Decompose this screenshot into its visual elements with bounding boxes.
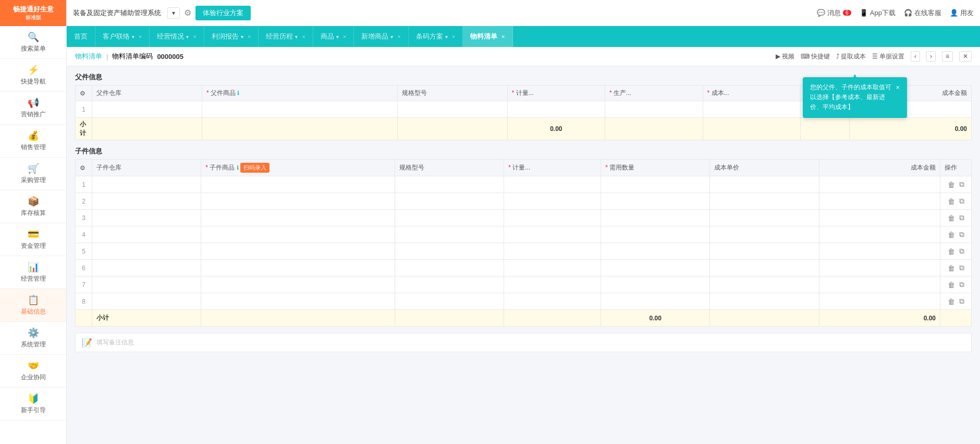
trial-btn[interactable]: 体验行业方案 — [195, 6, 251, 20]
child-warehouse-cell[interactable] — [92, 176, 201, 193]
tab-barcode[interactable]: 条码方案▾× — [409, 26, 463, 47]
sidebar-item-operation[interactable]: 📊经营管理 — [0, 256, 66, 289]
child-spec-cell[interactable] — [395, 293, 504, 310]
child-spec-cell[interactable] — [395, 176, 504, 193]
tab-close[interactable]: × — [139, 33, 142, 40]
user-btn[interactable]: 👤 用友 — [950, 8, 974, 18]
child-qty-cell[interactable] — [601, 293, 710, 310]
sidebar-item-guide[interactable]: 🔰新手引导 — [0, 388, 66, 421]
single-settings-btn[interactable]: ☰ 单据设置 — [872, 52, 904, 61]
child-qty-cell[interactable] — [601, 193, 710, 210]
child-unit-cost-cell[interactable] — [710, 293, 819, 310]
note-placeholder[interactable]: 填写备注信息 — [96, 338, 134, 347]
child-unit-cell[interactable] — [504, 260, 601, 277]
child-unit-cell[interactable] — [504, 277, 601, 293]
child-qty-cell[interactable] — [601, 243, 710, 260]
child-unit-cell[interactable] — [504, 193, 601, 210]
gear-icon[interactable]: ⚙ — [184, 8, 191, 18]
child-unit-cell[interactable] — [504, 243, 601, 260]
child-unit-cost-cell[interactable] — [710, 226, 819, 243]
delete-icon[interactable]: 🗑 — [948, 214, 955, 222]
child-spec-cell[interactable] — [395, 226, 504, 243]
tab-product[interactable]: 商品▾× — [313, 26, 354, 47]
copy-icon[interactable]: ⧉ — [959, 297, 964, 306]
copy-icon[interactable]: ⧉ — [959, 280, 964, 289]
child-warehouse-cell[interactable] — [92, 226, 201, 243]
copy-icon[interactable]: ⧉ — [959, 230, 964, 239]
tab-close[interactable]: × — [248, 33, 251, 40]
tab-new-product[interactable]: 新增商品▾× — [354, 26, 408, 47]
child-product-cell[interactable] — [201, 176, 395, 193]
parent-spec-cell[interactable] — [397, 101, 507, 118]
close-record-btn[interactable]: ✕ — [959, 51, 972, 62]
tab-customer[interactable]: 客户联络▾× — [95, 26, 150, 47]
child-warehouse-cell[interactable] — [92, 193, 201, 210]
tab-close[interactable]: × — [343, 33, 346, 40]
sidebar-item-sales[interactable]: 💰销售管理 — [0, 125, 66, 158]
tab-operation-status[interactable]: 经营情况▾× — [150, 26, 204, 47]
child-qty-cell[interactable] — [601, 277, 710, 293]
delete-icon[interactable]: 🗑 — [948, 181, 955, 189]
sidebar-item-finance[interactable]: 💳资金管理 — [0, 223, 66, 256]
list-view-btn[interactable]: ≡ — [942, 51, 953, 62]
sidebar-item-search[interactable]: 🔍搜索菜单 — [0, 26, 66, 59]
sidebar-item-marketing[interactable]: 📢营销推广 — [0, 92, 66, 125]
next-arrow[interactable]: › — [926, 51, 936, 62]
shortcut-btn[interactable]: ⌨ 快捷键 — [801, 52, 830, 61]
scan-btn[interactable]: 扫码录入 — [240, 163, 270, 173]
prev-arrow[interactable]: ‹ — [911, 51, 920, 62]
sidebar-item-purchase[interactable]: 🛒采购管理 — [0, 158, 66, 190]
child-warehouse-cell[interactable] — [92, 293, 201, 310]
child-warehouse-cell[interactable] — [92, 277, 201, 293]
child-product-cell[interactable] — [201, 243, 395, 260]
child-warehouse-cell[interactable] — [92, 260, 201, 277]
child-spec-cell[interactable] — [395, 260, 504, 277]
child-qty-cell[interactable] — [601, 210, 710, 226]
copy-icon[interactable]: ⧉ — [959, 263, 964, 272]
tab-close[interactable]: × — [452, 33, 455, 40]
child-qty-cell[interactable] — [601, 226, 710, 243]
message-btn[interactable]: 💬 消息 6 — [817, 8, 851, 18]
child-unit-cell[interactable] — [504, 176, 601, 193]
child-spec-cell[interactable] — [395, 243, 504, 260]
tab-close[interactable]: × — [397, 33, 400, 40]
child-product-cell[interactable] — [201, 293, 395, 310]
sidebar-item-system[interactable]: ⚙️系统管理 — [0, 322, 66, 355]
tab-profit[interactable]: 利润报告▾× — [204, 26, 259, 47]
child-qty-cell[interactable] — [601, 176, 710, 193]
child-product-cell[interactable] — [201, 277, 395, 293]
child-unit-cell[interactable] — [504, 293, 601, 310]
tab-close[interactable]: × — [501, 33, 505, 40]
delete-icon[interactable]: 🗑 — [948, 197, 955, 206]
sidebar-item-basic[interactable]: 📋基础信息 — [0, 289, 66, 322]
child-spec-cell[interactable] — [395, 193, 504, 210]
extract-cost-btn[interactable]: ⤴ 提取成本 — [836, 52, 866, 61]
child-unit-cell[interactable] — [504, 210, 601, 226]
child-product-cell[interactable] — [201, 260, 395, 277]
child-spec-cell[interactable] — [395, 277, 504, 293]
parent-cost-cell[interactable] — [703, 101, 800, 118]
child-warehouse-cell[interactable] — [92, 243, 201, 260]
child-product-cell[interactable] — [201, 210, 395, 226]
child-product-cell[interactable] — [201, 226, 395, 243]
tab-bom[interactable]: 物料清单× — [463, 26, 512, 47]
copy-icon[interactable]: ⧉ — [959, 247, 964, 256]
breadcrumb-item1[interactable]: 物料清单 — [75, 52, 102, 61]
child-unit-cost-cell[interactable] — [710, 210, 819, 226]
online-service-btn[interactable]: 🎧 在线客服 — [904, 8, 941, 18]
parent-prod-cell[interactable] — [605, 101, 703, 118]
child-qty-cell[interactable] — [601, 260, 710, 277]
child-unit-cost-cell[interactable] — [710, 260, 819, 277]
copy-icon[interactable]: ⧉ — [959, 197, 964, 206]
child-product-cell[interactable] — [201, 193, 395, 210]
child-unit-cost-cell[interactable] — [710, 277, 819, 293]
child-spec-cell[interactable] — [395, 210, 504, 226]
tab-close[interactable]: × — [193, 33, 196, 40]
app-download-btn[interactable]: 📱 App下载 — [860, 8, 896, 18]
tab-history[interactable]: 经营历程▾× — [259, 26, 313, 47]
system-dropdown[interactable]: ▾ — [167, 7, 180, 19]
parent-unit-cell[interactable] — [507, 101, 605, 118]
child-unit-cost-cell[interactable] — [710, 193, 819, 210]
child-unit-cost-cell[interactable] — [710, 243, 819, 260]
child-unit-cell[interactable] — [504, 226, 601, 243]
